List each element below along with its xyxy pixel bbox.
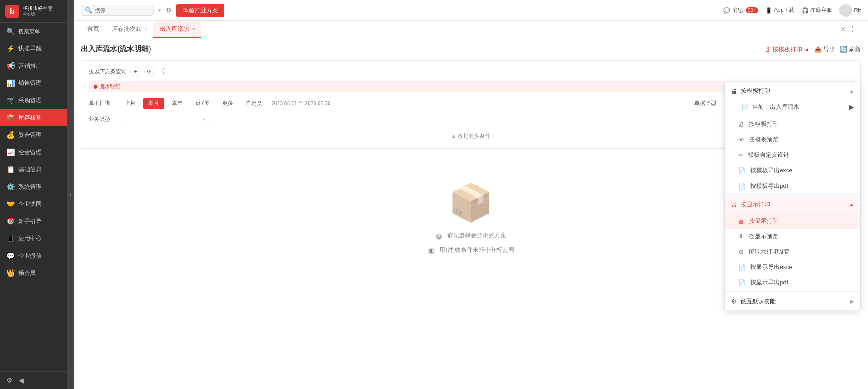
display-print-icon: 🖨	[731, 201, 737, 208]
item-display-pdf-label: 按显示导出pdf	[750, 279, 788, 287]
empty-hint-1: 请先选择要分析的方案	[447, 231, 506, 239]
sidebar-item-basic[interactable]: 📋 基础信息	[0, 161, 67, 178]
filter-collapse-icon[interactable]: 《	[158, 67, 165, 76]
display-print-icon: 🖨	[738, 218, 744, 224]
collapse-sidebar-icon[interactable]: ◀	[19, 376, 24, 384]
sidebar-item-shortcut[interactable]: ⚡ 快捷导航	[0, 40, 67, 57]
messages-btn[interactable]: 💬 消息 99+	[723, 6, 758, 14]
tab-batch-label: 库存批次账	[112, 25, 141, 33]
default-func-item[interactable]: ⚙ 设置默认功能 ▶	[725, 293, 860, 310]
header-gear-icon[interactable]: ⚙	[166, 6, 172, 15]
nav-label: 销售管理	[18, 79, 42, 87]
app-download-btn[interactable]: 📱 App下载	[765, 6, 794, 14]
page-content: 出入库流水(流水明细) 🖨 按模板打印 ▲ 📤 导出 🔄 刷新	[74, 38, 868, 389]
tab-flow[interactable]: 出入库流水 ×	[153, 21, 201, 38]
user-area[interactable]: Rit	[839, 4, 861, 17]
dropdown-item-template-print[interactable]: 🖨 按模板打印	[725, 116, 860, 132]
industry-btn[interactable]: 体验行业方案	[176, 4, 224, 17]
display-settings-icon: ⚙	[738, 249, 744, 255]
basic-icon: 📋	[6, 165, 15, 174]
template-print-section-header[interactable]: 🖨 按模板打印 ▲	[725, 82, 860, 100]
current-arrow: ▶	[849, 104, 854, 110]
app-name: 畅捷通好生意	[23, 5, 53, 11]
item-template-print-label: 按模板打印	[749, 120, 778, 128]
tab-home-label: 首页	[87, 25, 99, 33]
refresh-btn[interactable]: 🔄 刷新	[840, 45, 861, 54]
header-search-box[interactable]: 🔍	[81, 5, 154, 16]
search-chevron-icon[interactable]: ▾	[158, 7, 161, 14]
nav-label: 采购管理	[18, 96, 42, 105]
dropdown-item-template-preview[interactable]: 👁 按模板预览	[725, 132, 860, 147]
sidebar-item-inventory[interactable]: 📦 库存核算	[0, 109, 67, 126]
sidebar-item-system[interactable]: ⚙️ 系统管理	[0, 178, 67, 195]
export-btn[interactable]: 📤 导出	[814, 45, 835, 54]
sidebar-item-sales[interactable]: 📊 销售管理	[0, 75, 67, 92]
tab-batch-close[interactable]: ×	[144, 26, 147, 32]
sidebar-item-guide[interactable]: 🎯 新手引导	[0, 213, 67, 230]
logo-icon: b	[5, 5, 19, 18]
sidebar-item-purchase[interactable]: 🛒 采购管理	[0, 92, 67, 109]
date-range-display: 2023-06-01 至 2023-06-30	[272, 100, 331, 107]
empty-illustration: 📦	[448, 181, 494, 224]
current-template-item[interactable]: 📄 当前：出入库流水 ▶	[725, 100, 860, 114]
divider-2	[725, 194, 860, 195]
date-tag-more[interactable]: 更多	[217, 98, 238, 109]
empty-hint-1-row: ① 请先选择要分析的方案	[435, 231, 506, 242]
online-service-btn[interactable]: 🎧 在线客服	[802, 6, 832, 14]
sidebar-item-operation[interactable]: 📈 经营管理	[0, 144, 67, 161]
filter-settings-button[interactable]: ⚙	[144, 66, 154, 76]
settings-icon[interactable]: ⚙	[6, 376, 12, 384]
date-tag-this-year[interactable]: 本年	[167, 98, 188, 109]
display-print-section-header[interactable]: 🖨 按显示打印 ▲	[725, 196, 860, 213]
dropdown-item-template-design[interactable]: ✏ 模板自定义设计	[725, 147, 860, 163]
nav-label: 快捷导航	[18, 45, 42, 53]
item-template-design-label: 模板自定义设计	[748, 151, 789, 159]
template-print-icon: 🖨	[731, 88, 737, 95]
collab-icon: 🤝	[6, 200, 15, 208]
sidebar-item-apps[interactable]: 📱 应用中心	[0, 230, 67, 247]
sidebar-item-member[interactable]: 👑 畅会员	[0, 264, 67, 282]
filter-add-button[interactable]: +	[130, 66, 140, 76]
dropdown-panel: 🖨 按模板打印 ▲ 📄 当前：出入库流水 ▶ 🖨 按模板打印 👁	[724, 82, 861, 310]
refresh-icon: 🔄	[840, 46, 847, 53]
dropdown-item-template-pdf[interactable]: 📄 按模板导出pdf	[725, 178, 860, 194]
dropdown-item-display-excel[interactable]: 📄 按显示导出excel	[725, 259, 860, 275]
item-template-pdf-label: 按模板导出pdf	[750, 182, 788, 190]
search-input[interactable]	[95, 7, 150, 14]
date-tag-7days[interactable]: 近7天	[190, 98, 215, 109]
nav-label: 基础信息	[18, 165, 42, 174]
dropdown-item-display-preview[interactable]: 👁 按显示预览	[725, 229, 860, 244]
sidebar-scroll[interactable]: ▼	[67, 0, 74, 389]
tabs-close-all-icon[interactable]: ✕	[838, 23, 848, 35]
date-tag-last-month[interactable]: 上月	[120, 98, 140, 109]
template-print-section-label: 按模板打印	[741, 87, 770, 95]
page-title: 出入库流水(流水明细)	[81, 45, 151, 54]
tab-home[interactable]: 首页	[81, 21, 105, 38]
default-func-arrow: ▶	[850, 299, 854, 304]
tab-batch[interactable]: 库存批次账 ×	[105, 21, 153, 38]
sidebar-item-wechat[interactable]: 💬 企业微信	[0, 247, 67, 264]
sidebar-item-marketing[interactable]: 📢 营销推广	[0, 57, 67, 75]
dropdown-item-display-pdf[interactable]: 📄 按显示导出pdf	[725, 275, 860, 290]
date-tag-custom[interactable]: 自定义	[241, 98, 267, 109]
sidebar-item-collab[interactable]: 🤝 企业协同	[0, 195, 67, 213]
dropdown-item-display-settings[interactable]: ⚙ 按显示打印设置	[725, 244, 860, 259]
message-icon: 💬	[723, 7, 730, 14]
template-print-section-title: 🖨 按模板打印	[731, 87, 770, 95]
dropdown-item-template-excel[interactable]: 📄 按模板导出excel	[725, 163, 860, 178]
sidebar-item-search[interactable]: 🔍 搜索菜单	[0, 23, 67, 40]
biz-type-select[interactable]: ▾	[120, 115, 210, 124]
template-print-btn[interactable]: 🖨 按模板打印 ▲	[765, 45, 810, 54]
divider-1	[725, 115, 860, 115]
dropdown-item-display-print[interactable]: 🖨 按显示打印	[725, 213, 860, 229]
default-func-label: 设置默认功能	[740, 297, 776, 305]
date-tag-this-month[interactable]: 本月	[143, 98, 164, 109]
tabs-bar: 首页 库存批次账 × 出入库流水 × ✕ ⛶	[74, 21, 868, 38]
tab-flow-close[interactable]: ×	[192, 26, 195, 32]
page-actions: 🖨 按模板打印 ▲ 📤 导出 🔄 刷新	[765, 45, 861, 54]
item-pdf-icon: 📄	[738, 183, 746, 190]
sidebar-item-finance[interactable]: 💰 资金管理	[0, 126, 67, 144]
tabs-expand-icon[interactable]: ⛶	[850, 24, 861, 35]
default-func-icon: ⚙	[731, 298, 737, 305]
display-excel-icon: 📄	[738, 264, 746, 271]
